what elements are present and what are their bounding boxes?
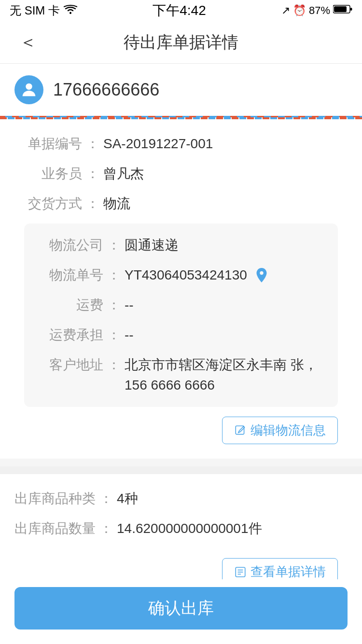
freight-value: -- [125,295,326,315]
address-row: 客户地址 ： 北京市市辖区海淀区永丰南 张，156 6666 6666 [36,355,326,395]
goods-quantity-value: 14.620000000000001件 [117,518,348,539]
customer-phone: 17666666666 [53,80,159,100]
customer-header: 17666666666 [0,64,362,117]
page-title: 待出库单据详情 [124,31,238,54]
nav-bar: ＜ 待出库单据详情 [0,21,362,64]
edit-btn-row: 编辑物流信息 [14,407,348,444]
battery-icon [333,4,352,17]
status-time: 下午4:42 [153,1,206,20]
order-no-value: SA-20191227-001 [103,134,348,154]
tracking-no-value: YT43064053424130 [125,265,247,285]
logistics-card: 物流公司 ： 圆通速递 物流单号 ： YT43064053424130 运费 ：… [24,224,338,407]
sales-person-label: 业务员 [14,164,82,184]
logistics-company-value: 圆通速递 [125,235,326,255]
delivery-method-value: 物流 [103,194,348,214]
logistics-company-label: 物流公司 [36,235,103,255]
freight-row: 运费 ： -- [36,295,326,315]
logistics-company-row: 物流公司 ： 圆通速递 [36,235,326,255]
edit-icon [234,424,247,437]
wifi-icon [64,4,77,17]
freight-bearer-row: 运费承担 ： -- [36,325,326,345]
delivery-method-row: 交货方式 ： 物流 [14,194,348,214]
status-right: ↗ ⏰ 87% [281,4,352,17]
map-location-icon[interactable] [253,266,270,284]
tracking-no-label: 物流单号 [36,265,103,285]
back-button[interactable]: ＜ [14,26,42,59]
address-value: 北京市市辖区海淀区永丰南 张，156 6666 6666 [125,355,326,395]
svg-point-0 [70,12,71,14]
tracking-no-container: YT43064053424130 [125,265,326,285]
sales-person-row: 业务员 ： 曾凡杰 [14,164,348,184]
status-left: 无 SIM 卡 [10,3,77,18]
goods-quantity-row: 出库商品数量 ： 14.620000000000001件 [14,518,348,539]
svg-point-4 [26,84,32,90]
order-no-label: 单据编号 [14,134,82,154]
goods-types-value: 4种 [117,489,348,509]
order-no-row: 单据编号 ： SA-20191227-001 [14,134,348,154]
carrier-text: 无 SIM 卡 [10,3,60,18]
battery-text: 87% [309,4,330,17]
alarm-icon: ⏰ [293,4,306,17]
goods-types-row: 出库商品种类 ： 4种 [14,489,348,509]
sales-person-value: 曾凡杰 [103,164,348,184]
confirm-btn-wrapper: 确认出库 [0,579,362,644]
tracking-no-row: 物流单号 ： YT43064053424130 [36,265,326,285]
status-bar: 无 SIM 卡 下午4:42 ↗ ⏰ 87% [0,0,362,21]
list-icon [234,566,247,578]
edit-logistics-button[interactable]: 编辑物流信息 [222,417,338,444]
goods-quantity-label: 出库商品数量 [14,518,96,539]
edit-logistics-label: 编辑物流信息 [251,422,326,439]
order-info-section: 单据编号 ： SA-20191227-001 业务员 ： 曾凡杰 交货方式 ： … [0,119,362,459]
goods-types-label: 出库商品种类 [14,489,96,509]
freight-bearer-value: -- [125,325,326,345]
svg-rect-3 [334,6,347,12]
avatar [14,75,43,104]
view-details-label: 查看单据详情 [251,563,326,580]
svg-rect-2 [350,8,352,11]
confirm-outbound-button[interactable]: 确认出库 [14,587,348,630]
delivery-method-label: 交货方式 [14,194,82,214]
location-status-icon: ↗ [281,4,290,17]
address-label: 客户地址 [36,355,103,375]
content: 17666666666 单据编号 ： SA-20191227-001 业务员 ：… [0,64,362,644]
confirm-btn-label: 确认出库 [148,597,214,619]
freight-label: 运费 [36,295,103,315]
section-separator [0,466,362,474]
freight-bearer-label: 运费承担 [36,325,103,345]
